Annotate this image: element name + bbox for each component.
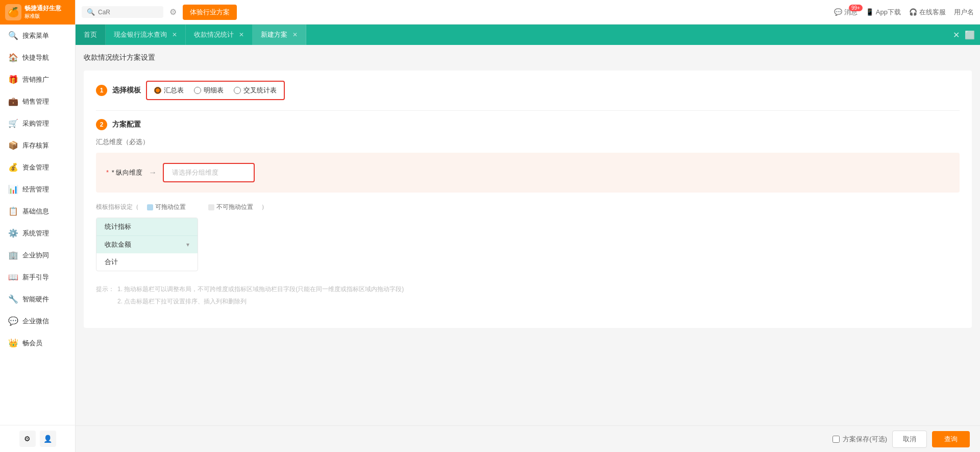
- building-icon: 🏢: [8, 250, 18, 260]
- query-button[interactable]: 查询: [932, 431, 970, 447]
- tab-bank-flow-close[interactable]: ✕: [172, 31, 177, 38]
- arrow-icon: →: [149, 168, 157, 177]
- indicator-table-header: 统计指标: [96, 218, 198, 236]
- sidebar-item-finance[interactable]: 💰 资金管理: [0, 156, 75, 178]
- indicator-row-1: 合计: [96, 253, 198, 271]
- home-icon: 🏠: [8, 53, 18, 62]
- indicator-settings: 模板指标设定（ 可拖动位置 不可拖动位置 ） 统计指标: [96, 203, 960, 273]
- step2-header: 2 方案配置: [96, 119, 960, 130]
- sidebar-item-system[interactable]: ⚙️ 系统管理: [0, 222, 75, 244]
- sidebar-item-marketing[interactable]: 🎁 营销推广: [0, 68, 75, 90]
- tip-line-2: 提示： 2. 点击标题栏下拉可设置排序、插入列和删除列: [96, 295, 960, 307]
- user-name[interactable]: 用户名: [954, 8, 974, 17]
- step1-section: 1 选择模板 汇总表 明细表 交叉统计表: [96, 81, 960, 100]
- close-window-icon[interactable]: ✕: [953, 30, 960, 40]
- service-icon: 🎧: [909, 8, 917, 16]
- tip-line-1: 提示： 1. 拖动标题栏可以调整布局，不可跨维度或指标区域拖动栏目字段(只能在同…: [96, 283, 960, 295]
- radio-detail[interactable]: 明细表: [194, 86, 224, 95]
- gift-icon: 🎁: [8, 75, 18, 84]
- search-input[interactable]: [98, 9, 149, 16]
- topbar-search-icon: 🔍: [87, 8, 95, 16]
- chart-icon: 📊: [8, 184, 18, 194]
- sidebar-item-enterprise[interactable]: 🏢 企业协同: [0, 244, 75, 266]
- content-area: 收款情况统计方案设置 1 选择模板 汇总表 明细表: [76, 45, 980, 425]
- indicator-table: 统计指标 收款金额 ▾ 合计: [96, 218, 198, 271]
- message-icon: 💬: [834, 8, 842, 16]
- dim-row: * * 纵向维度 → 请选择分组维度: [106, 163, 949, 182]
- wrench-icon: 🔧: [8, 294, 18, 304]
- save-checkbox[interactable]: [832, 436, 840, 443]
- dimension-area: * * 纵向维度 → 请选择分组维度: [96, 153, 960, 193]
- chat-icon: 💬: [8, 316, 18, 326]
- sidebar-item-quick-nav[interactable]: 🏠 快捷导航: [0, 46, 75, 68]
- topbar-search-box[interactable]: 🔍: [82, 6, 163, 18]
- gear-icon: ⚙️: [8, 228, 18, 238]
- maximize-window-icon[interactable]: ⬜: [965, 30, 975, 40]
- sidebar-item-purchase[interactable]: 🛒 采购管理: [0, 112, 75, 134]
- sidebar-item-basic-info[interactable]: 📋 基础信息: [0, 200, 75, 222]
- cart-icon: 🛒: [8, 118, 18, 128]
- crown-icon: 👑: [8, 338, 18, 348]
- dim-vertical-label: * * 纵向维度: [106, 168, 142, 177]
- logo-icon: 🍊: [5, 4, 21, 20]
- briefcase-icon: 💼: [8, 97, 18, 106]
- sidebar-item-wechat[interactable]: 💬 企业微信: [0, 310, 75, 332]
- app-icon: 📱: [866, 8, 874, 16]
- sidebar-item-search-menu[interactable]: 🔍 搜索菜单: [0, 25, 75, 46]
- template-radio-group: 汇总表 明细表 交叉统计表: [146, 81, 285, 100]
- tabbar: 首页 现金银行流水查询 ✕ 收款情况统计 ✕ 新建方案 ✕ ✕ ⬜: [76, 25, 980, 45]
- sidebar-bottom-btn-1[interactable]: ⚙: [19, 431, 36, 447]
- no-drag-color-indicator: [208, 204, 214, 210]
- message-badge-wrap[interactable]: 💬 消息 99+: [834, 8, 857, 17]
- tab-home[interactable]: 首页: [76, 25, 106, 45]
- page-title: 收款情况统计方案设置: [84, 53, 972, 62]
- sidebar-item-guide[interactable]: 📖 新手引导: [0, 266, 75, 288]
- tab-collection-stat[interactable]: 收款情况统计 ✕: [186, 25, 253, 45]
- no-drag-badge: 不可拖动位置: [208, 203, 253, 211]
- tab-new-plan[interactable]: 新建方案 ✕: [253, 25, 306, 45]
- search-menu-icon: 🔍: [8, 31, 18, 40]
- topbar-right: 💬 消息 99+ 📱 App下载 🎧 在线客服 用户名: [834, 8, 974, 17]
- tab-collection-stat-close[interactable]: ✕: [239, 31, 244, 38]
- step1-header: 1 选择模板 汇总表 明细表 交叉统计表: [96, 81, 960, 100]
- step2-section: 2 方案配置 汇总维度（必选） * * 纵向维度 → 请选择分组维度: [96, 119, 960, 307]
- box-icon: 📦: [8, 140, 18, 150]
- logo-text: 畅捷通好生意 标准版: [24, 5, 61, 20]
- sidebar-logo: 🍊 畅捷通好生意 标准版: [0, 0, 75, 25]
- sidebar-item-inventory[interactable]: 📦 库存核算: [0, 134, 75, 156]
- list-icon: 📋: [8, 206, 18, 216]
- main-area: 🔍 ⚙ 体验行业方案 💬 消息 99+ 📱 App下载 🎧 在线客服 用户名: [76, 0, 980, 452]
- dimension-title: 汇总维度（必选）: [96, 137, 960, 147]
- radio-summary[interactable]: 汇总表: [154, 86, 184, 95]
- tips-section: 提示： 1. 拖动标题栏可以调整布局，不可跨维度或指标区域拖动栏目字段(只能在同…: [96, 283, 960, 307]
- dim-select-box[interactable]: 请选择分组维度: [163, 163, 255, 182]
- online-service[interactable]: 🎧 在线客服: [909, 8, 946, 17]
- radio-cross[interactable]: 交叉统计表: [234, 86, 277, 95]
- sidebar-bottom: ⚙ 👤: [0, 425, 75, 452]
- cancel-button[interactable]: 取消: [892, 431, 927, 448]
- sidebar-item-sales[interactable]: 💼 销售管理: [0, 90, 75, 112]
- sidebar-item-member[interactable]: 👑 畅会员: [0, 332, 75, 354]
- settings-icon[interactable]: ⚙: [169, 7, 177, 17]
- sidebar-item-management[interactable]: 📊 经营管理: [0, 178, 75, 200]
- indicator-row-0[interactable]: 收款金额 ▾: [96, 236, 198, 253]
- indicator-header: 模板指标设定（ 可拖动位置 不可拖动位置 ）: [96, 203, 960, 211]
- form-card: 1 选择模板 汇总表 明细表 交叉统计表: [84, 70, 972, 328]
- book-icon: 📖: [8, 272, 18, 282]
- save-option[interactable]: 方案保存(可选): [832, 435, 887, 444]
- dropdown-icon[interactable]: ▾: [186, 241, 189, 248]
- sidebar-bottom-btn-2[interactable]: 👤: [40, 431, 56, 447]
- drag-badge: 可拖动位置: [147, 203, 186, 211]
- footer-bar: 方案保存(可选) 取消 查询: [76, 425, 980, 452]
- window-controls: ✕ ⬜: [948, 25, 980, 45]
- sidebar-item-hardware[interactable]: 🔧 智能硬件: [0, 288, 75, 310]
- money-icon: 💰: [8, 162, 18, 172]
- industry-btn[interactable]: 体验行业方案: [183, 5, 237, 20]
- app-download[interactable]: 📱 App下载: [866, 8, 901, 17]
- tab-bank-flow[interactable]: 现金银行流水查询 ✕: [106, 25, 186, 45]
- sidebar-nav: 🔍 搜索菜单 🏠 快捷导航 🎁 营销推广 💼 销售管理 🛒 采购管理 📦 库存核…: [0, 25, 75, 425]
- tab-new-plan-close[interactable]: ✕: [292, 31, 298, 38]
- sidebar: 🍊 畅捷通好生意 标准版 🔍 搜索菜单 🏠 快捷导航 🎁 营销推广 💼 销售管理…: [0, 0, 76, 452]
- drag-color-indicator: [147, 204, 153, 210]
- topbar: 🔍 ⚙ 体验行业方案 💬 消息 99+ 📱 App下载 🎧 在线客服 用户名: [76, 0, 980, 25]
